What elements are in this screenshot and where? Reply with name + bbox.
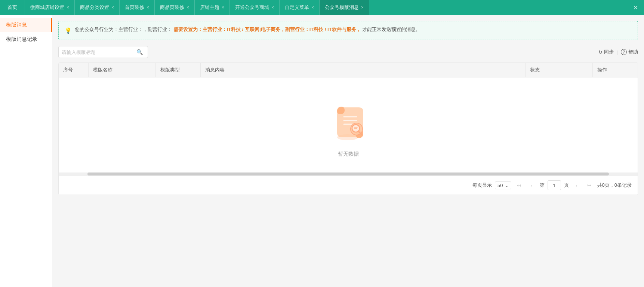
close-icon[interactable]: × <box>361 5 364 10</box>
page-size-select[interactable]: 50 ⌄ <box>495 181 511 189</box>
table-header: 序号 模版名称 模版类型 消息内容 状态 操作 <box>59 63 638 77</box>
nav-tab-product-page-label: 商品页装修 <box>160 4 184 11</box>
col-name: 模版名称 <box>89 63 156 77</box>
nav-tab-custom-menu-label: 自定义菜单 <box>285 4 309 11</box>
col-content: 消息内容 <box>201 63 526 77</box>
nav-tab-home[interactable]: 首页 <box>0 0 25 15</box>
nav-tab-shop-theme[interactable]: 店铺主题 × <box>195 0 230 15</box>
notice-highlight: 需要设置为：主营行业：IT科技 / 互联网|电子商务，副营行业：IT科技 / I… <box>173 27 361 32</box>
nav-tab-micro-shop[interactable]: 微商城店铺设置 × <box>25 0 75 15</box>
notice-text: 您的公众号行业为：主营行业：，副营行业： 需要设置为：主营行业：IT科技 / 互… <box>75 26 420 34</box>
close-icon[interactable]: × <box>67 5 69 10</box>
empty-text: 暂无数据 <box>338 151 359 158</box>
page-prefix: 第 <box>540 182 545 189</box>
nav-tab-open-mall-label: 开通公众号商城 <box>235 4 269 11</box>
nav-tab-template-msg-label: 公众号模版消息 <box>325 4 359 11</box>
col-status: 状态 <box>526 63 593 77</box>
pagination: 每页显示 50 ⌄ ↤ ‹ 第 页 › ↦ 共0页，0条记录 <box>59 175 638 195</box>
help-icon: ? <box>621 49 627 55</box>
toolbar-divider: | <box>617 49 618 55</box>
empty-state: 暂无数据 <box>59 77 638 172</box>
current-page-input[interactable] <box>548 180 561 190</box>
page-unit: 页 <box>564 182 569 189</box>
toolbar-right: ↻ 同步 | ? 帮助 <box>598 49 638 55</box>
close-icon[interactable]: × <box>111 5 114 10</box>
close-icon[interactable]: × <box>222 5 224 10</box>
page-total: 共0页，0条记录 <box>597 182 632 189</box>
nav-tab-open-mall[interactable]: 开通公众号商城 × <box>230 0 280 15</box>
search-input[interactable] <box>62 49 136 55</box>
nav-tab-template-msg[interactable]: 公众号模版消息 × <box>320 0 369 15</box>
main-layout: 模版消息 模版消息记录 💡 您的公众号行业为：主营行业：，副营行业： 需要设置为… <box>0 15 644 287</box>
nav-tab-homepage-deco[interactable]: 首页装修 × <box>120 0 155 15</box>
sidebar-item-template-record-label: 模版消息记录 <box>6 36 37 42</box>
help-button[interactable]: ? 帮助 <box>621 49 638 55</box>
nav-tab-custom-menu[interactable]: 自定义菜单 × <box>280 0 320 15</box>
close-icon[interactable]: × <box>271 5 274 10</box>
prev-page-button[interactable]: ‹ <box>527 180 537 190</box>
sidebar: 模版消息 模版消息记录 <box>0 15 52 287</box>
last-page-button[interactable]: ↦ <box>585 180 594 190</box>
nav-tab-product-category[interactable]: 商品分类设置 × <box>75 0 120 15</box>
lightbulb-icon: 💡 <box>65 26 72 35</box>
sync-icon: ↻ <box>598 49 603 55</box>
sidebar-item-template-record[interactable]: 模版消息记录 <box>0 32 52 46</box>
nav-tab-home-label: 首页 <box>7 4 17 11</box>
nav-tab-micro-shop-label: 微商城店铺设置 <box>30 4 64 11</box>
nav-tab-product-page[interactable]: 商品页装修 × <box>155 0 195 15</box>
data-table: 序号 模版名称 模版类型 消息内容 状态 操作 <box>58 62 638 195</box>
page-size-label: 每页显示 <box>472 182 492 189</box>
close-icon[interactable]: × <box>187 5 189 10</box>
nav-tab-shop-theme-label: 店铺主题 <box>200 4 219 11</box>
empty-illustration <box>326 100 371 145</box>
help-label: 帮助 <box>628 49 638 55</box>
close-icon[interactable]: × <box>311 5 314 10</box>
notice-banner: 💡 您的公众号行业为：主营行业：，副营行业： 需要设置为：主营行业：IT科技 /… <box>58 21 638 40</box>
top-nav: 首页 微商城店铺设置 × 商品分类设置 × 首页装修 × 商品页装修 × 店铺主… <box>0 0 644 15</box>
notice-prefix: 您的公众号行业为：主营行业：，副营行业： <box>75 27 172 32</box>
nav-tab-homepage-deco-label: 首页装修 <box>125 4 144 11</box>
page-size-value: 50 <box>497 183 503 188</box>
next-page-button[interactable]: › <box>572 180 582 190</box>
sync-label: 同步 <box>604 49 614 55</box>
first-page-button[interactable]: ↤ <box>514 180 524 190</box>
col-actions: 操作 <box>593 63 638 77</box>
sync-button[interactable]: ↻ 同步 <box>598 49 614 55</box>
content-area: 💡 您的公众号行业为：主营行业：，副营行业： 需要设置为：主营行业：IT科技 /… <box>52 15 644 287</box>
horizontal-scrollbar[interactable] <box>59 172 638 175</box>
sidebar-item-template-message[interactable]: 模版消息 <box>0 18 52 32</box>
col-type: 模版类型 <box>156 63 201 77</box>
nav-tab-product-category-label: 商品分类设置 <box>80 4 109 11</box>
search-wrap: 🔍 <box>58 46 148 58</box>
close-all-button[interactable]: ✕ <box>627 4 644 11</box>
notice-suffix: 才能正常发送预置的消息。 <box>362 27 420 32</box>
sidebar-item-template-message-label: 模版消息 <box>6 22 27 28</box>
close-icon[interactable]: × <box>147 5 149 10</box>
scrollbar-thumb[interactable] <box>87 172 608 175</box>
col-seq: 序号 <box>59 63 89 77</box>
chevron-down-icon: ⌄ <box>505 183 509 188</box>
search-icon[interactable]: 🔍 <box>136 49 143 55</box>
toolbar: 🔍 ↻ 同步 | ? 帮助 <box>58 46 638 58</box>
